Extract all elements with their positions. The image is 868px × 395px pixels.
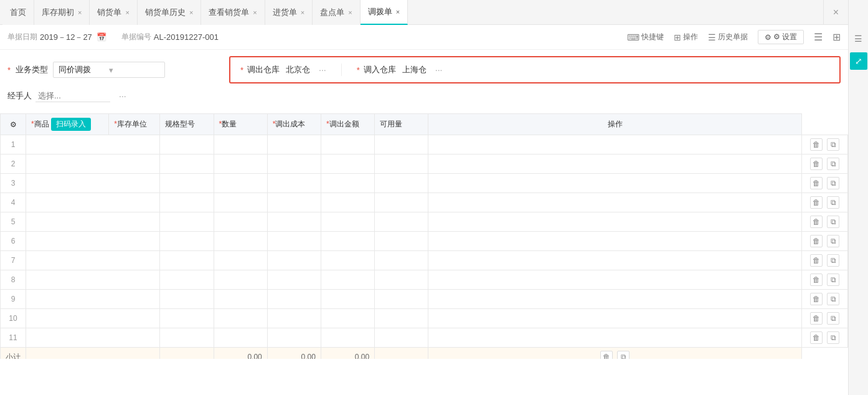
layout-list-icon[interactable]: ☰: [814, 31, 823, 43]
delete-icon[interactable]: 🗑: [810, 196, 823, 209]
cell-unit[interactable]: [160, 155, 214, 174]
cell-available[interactable]: [428, 193, 802, 212]
cell-spec[interactable]: [214, 135, 267, 155]
cell-qty[interactable]: [267, 309, 321, 328]
copy-icon[interactable]: ⧉: [827, 138, 839, 151]
cell-available[interactable]: [428, 232, 802, 251]
copy-icon[interactable]: ⧉: [827, 158, 839, 170]
cell-available[interactable]: [428, 251, 802, 270]
delete-icon[interactable]: 🗑: [810, 274, 823, 286]
delete-icon[interactable]: 🗑: [810, 177, 823, 189]
tab-home[interactable]: 首页: [2, 0, 34, 25]
cell-unit[interactable]: [160, 193, 214, 212]
cell-available[interactable]: [428, 309, 802, 328]
cell-spec[interactable]: [214, 193, 267, 212]
cell-cost[interactable]: [321, 212, 374, 232]
cell-amount[interactable]: [375, 174, 428, 193]
layout-grid-icon[interactable]: ⊞: [833, 31, 841, 43]
cell-spec[interactable]: [214, 212, 267, 232]
delete-icon[interactable]: 🗑: [810, 293, 823, 305]
tab-sales-history[interactable]: 销货单历史 ×: [138, 0, 201, 25]
cell-amount[interactable]: [375, 270, 428, 290]
cell-product[interactable]: [26, 270, 160, 290]
delete-icon[interactable]: 🗑: [810, 235, 823, 247]
tab-inventory-check[interactable]: 盘点单 ×: [313, 0, 360, 25]
cell-available[interactable]: [428, 270, 802, 290]
cell-product[interactable]: [26, 309, 160, 328]
cell-unit[interactable]: [160, 174, 214, 193]
copy-icon[interactable]: ⧉: [827, 312, 839, 325]
cell-qty[interactable]: [267, 174, 321, 193]
tab-view-sales-close[interactable]: ×: [253, 9, 257, 16]
history-action[interactable]: ☰ 历史单据: [708, 32, 748, 42]
copy-icon[interactable]: ⧉: [827, 177, 839, 189]
shortcuts-action[interactable]: ⌨ 快捷键: [627, 32, 664, 42]
transfer-in-more-icon[interactable]: ···: [435, 65, 443, 75]
settings-button[interactable]: ⚙ ⚙ 设置: [758, 30, 804, 44]
sidebar-expand-icon[interactable]: ⤢: [850, 52, 867, 70]
cell-cost[interactable]: [321, 251, 374, 270]
cell-spec[interactable]: [214, 232, 267, 251]
copy-icon[interactable]: ⧉: [827, 235, 839, 247]
copy-icon[interactable]: ⧉: [827, 196, 839, 209]
cell-amount[interactable]: [375, 251, 428, 270]
cell-qty[interactable]: [267, 270, 321, 290]
cell-product[interactable]: [26, 155, 160, 174]
tab-inventory-init[interactable]: 库存期初 ×: [34, 0, 90, 25]
subtotal-delete-icon[interactable]: 🗑: [600, 351, 613, 359]
cell-spec[interactable]: [214, 290, 267, 309]
cell-amount[interactable]: [375, 193, 428, 212]
cell-spec[interactable]: [214, 309, 267, 328]
cell-unit[interactable]: [160, 212, 214, 232]
handler-input[interactable]: [35, 90, 110, 102]
subtotal-copy-icon[interactable]: ⧉: [617, 351, 630, 359]
tab-sales-history-close[interactable]: ×: [189, 9, 193, 16]
tab-transfer-order[interactable]: 调拨单 ×: [361, 0, 408, 25]
cell-qty[interactable]: [267, 290, 321, 309]
cell-cost[interactable]: [321, 135, 374, 155]
cell-cost[interactable]: [321, 193, 374, 212]
cell-available[interactable]: [428, 135, 802, 155]
cell-product[interactable]: [26, 135, 160, 155]
cell-amount[interactable]: [375, 328, 428, 348]
cell-spec[interactable]: [214, 174, 267, 193]
cell-cost[interactable]: [321, 174, 374, 193]
tab-sales-order-close[interactable]: ×: [125, 9, 129, 16]
handler-more-icon[interactable]: ···: [119, 91, 126, 101]
cell-cost[interactable]: [321, 155, 374, 174]
delete-icon[interactable]: 🗑: [810, 138, 823, 151]
cell-spec[interactable]: [214, 251, 267, 270]
cell-qty[interactable]: [267, 212, 321, 232]
cell-unit[interactable]: [160, 270, 214, 290]
cell-product[interactable]: [26, 290, 160, 309]
cell-cost[interactable]: [321, 290, 374, 309]
cell-available[interactable]: [428, 290, 802, 309]
delete-icon[interactable]: 🗑: [810, 158, 823, 170]
cell-spec[interactable]: [214, 328, 267, 348]
scan-button[interactable]: 扫码录入: [51, 118, 91, 131]
business-type-select[interactable]: 同价调拨 ▾: [53, 62, 165, 78]
cell-qty[interactable]: [267, 193, 321, 212]
cell-available[interactable]: [428, 212, 802, 232]
cell-cost[interactable]: [321, 232, 374, 251]
cell-amount[interactable]: [375, 290, 428, 309]
cell-product[interactable]: [26, 251, 160, 270]
cell-qty[interactable]: [267, 328, 321, 348]
cell-product[interactable]: [26, 174, 160, 193]
cell-spec[interactable]: [214, 270, 267, 290]
cell-unit[interactable]: [160, 232, 214, 251]
copy-icon[interactable]: ⧉: [827, 254, 839, 267]
delete-icon[interactable]: 🗑: [810, 216, 823, 228]
delete-icon[interactable]: 🗑: [810, 312, 823, 325]
tab-purchase-order[interactable]: 进货单 ×: [265, 0, 313, 25]
cell-unit[interactable]: [160, 309, 214, 328]
operations-action[interactable]: ⊞ 操作: [674, 32, 698, 42]
scroll-area[interactable]: ⚙ *商品 扫码录入 *库存单位 规格型号 *数量 *调出成本 *调出金额 可用…: [0, 113, 848, 359]
cell-cost[interactable]: [321, 309, 374, 328]
cell-product[interactable]: [26, 193, 160, 212]
cell-amount[interactable]: [375, 135, 428, 155]
cell-available[interactable]: [428, 174, 802, 193]
cell-qty[interactable]: [267, 251, 321, 270]
cell-qty[interactable]: [267, 135, 321, 155]
tab-purchase-order-close[interactable]: ×: [301, 9, 304, 16]
